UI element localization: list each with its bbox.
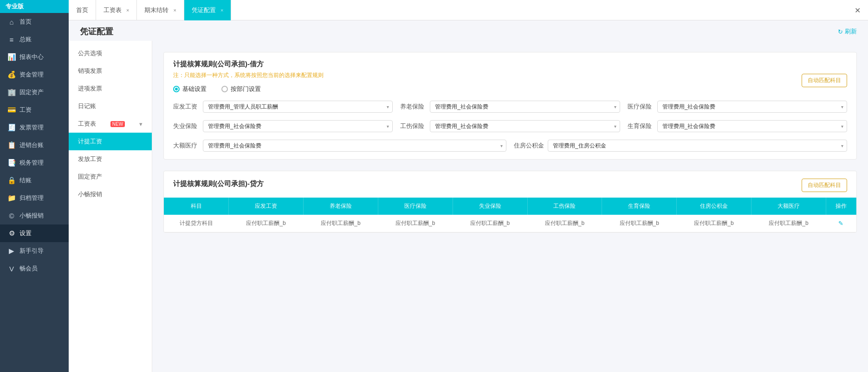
select-shiye[interactable]: 管理费用_社会保险费 (203, 120, 393, 132)
nav-journal[interactable]: 日记账 (69, 97, 152, 115)
sidebar-item-settlement[interactable]: 🔒 结账 (0, 172, 69, 189)
sidebar-label-salary: 工资 (19, 106, 32, 114)
nav-label-pay-salary: 发放工资 (78, 155, 102, 163)
credit-table-head: 科目 应发工资 养老保险 医疗保险 失业保险 工伤保险 生育保险 住房公积金 大… (164, 198, 856, 215)
tab-voucher-config-label: 凭证配置 (192, 6, 216, 14)
form-item-yingfa: 应发工资 管理费用_管理人员职工薪酬 ▾ (173, 101, 393, 113)
nav-sales-invoice[interactable]: 销项发票 (69, 62, 152, 80)
credit-section: 计提核算规则(公司承担)-贷方 自动匹配科目 科目 应发工资 养老保险 医疗保险… (163, 171, 857, 233)
select-wrapper-yiliao: 管理费用_社会保险费 ▾ (657, 101, 847, 113)
tab-payroll-close[interactable]: × (126, 7, 129, 13)
sidebar-item-funds[interactable]: 💰 资金管理 (0, 66, 69, 83)
credit-section-header-row: 计提核算规则(公司承担)-贷方 自动匹配科目 (164, 171, 856, 192)
salary-icon: 💳 (7, 106, 16, 114)
cell-shiye: 应付职工薪酬_b (470, 220, 510, 226)
td-action[interactable]: ✎ (826, 215, 856, 232)
sidebar-label-sales-ledger: 进销台账 (19, 141, 44, 149)
th-yanglao: 养老保险 (303, 198, 378, 215)
select-wrapper-gjj: 管理费用_住房公积金 ▾ (548, 140, 847, 152)
td-col-yanglao: 应付职工薪酬_b (303, 215, 378, 232)
nav-xiaochang-expense[interactable]: 小畅报销 (69, 186, 152, 203)
credit-table-body: 计提贷方科目 应付职工薪酬_b 应付职工薪酬_b 应付职工薪酬_b 应付职工薪酬… (164, 215, 856, 232)
table-row: 计提贷方科目 应付职工薪酬_b 应付职工薪酬_b 应付职工薪酬_b 应付职工薪酬… (164, 215, 856, 232)
cell-daeyiliao: 应付职工薪酬_b (769, 220, 808, 226)
guide-icon: ▶ (7, 247, 16, 255)
debit-section-note: 注：只能选择一种方式，系统将按照您当前的选择来配置规则 (173, 71, 324, 79)
sidebar-item-reports[interactable]: 📊 报表中心 (0, 48, 69, 66)
nav-calc-payroll[interactable]: 计提工资 (69, 133, 152, 150)
select-daeyiliao[interactable]: 管理费用_社会保险费 (203, 140, 506, 152)
tab-home[interactable]: 首页 (69, 0, 96, 20)
sidebar-item-guide[interactable]: ▶ 新手引导 (0, 242, 69, 260)
sidebar-item-invoice-mgmt[interactable]: 🧾 发票管理 (0, 119, 69, 136)
refresh-button[interactable]: ↻ 刷新 (838, 27, 857, 36)
td-subject-label: 计提贷方科目 (164, 215, 229, 232)
sidebar-item-member[interactable]: V 畅会员 (0, 260, 69, 277)
select-yiliao[interactable]: 管理费用_社会保险费 (657, 101, 847, 113)
sidebar-label-settings: 设置 (19, 229, 32, 237)
tab-home-label: 首页 (76, 6, 88, 14)
subject-cell-text: 计提贷方科目 (180, 220, 213, 226)
tab-voucher-config-close[interactable]: × (220, 7, 223, 13)
tax-icon: 📑 (7, 159, 16, 167)
td-col-shengyu: 应付职工薪酬_b (602, 215, 677, 232)
nav-pay-salary[interactable]: 发放工资 (69, 150, 152, 168)
th-gongshang: 工伤保险 (527, 198, 602, 215)
tab-period-end-label: 期末结转 (144, 6, 168, 14)
sidebar-item-archive-mgmt[interactable]: 📁 归档管理 (0, 189, 69, 207)
debit-form-grid-row2: 失业保险 管理费用_社会保险费 ▾ 工伤保险 管理费用_社会保险费 (164, 120, 856, 140)
debit-form-grid-row3: 大额医疗 管理费用_社会保险费 ▾ 住房公积金 管理费用_住房公积金 (164, 140, 856, 159)
select-wrapper-yanglao: 管理费用_社会保险费 ▾ (430, 101, 620, 113)
right-content: 计提核算规则(公司承担)-借方 注：只能选择一种方式，系统将按照您当前的选择来配… (152, 41, 868, 372)
radio-basic-label: 基础设置 (182, 85, 207, 93)
cell-yiliao: 应付职工薪酬_b (395, 220, 435, 226)
credit-section-title: 计提核算规则(公司承担)-贷方 (173, 180, 264, 188)
form-label-yanglao: 养老保险 (400, 103, 426, 111)
select-yanglao[interactable]: 管理费用_社会保险费 (430, 101, 620, 113)
sidebar-label-reports: 报表中心 (19, 53, 44, 61)
nav-fixed-assets[interactable]: 固定资产 (69, 168, 152, 186)
expense-icon: © (7, 212, 16, 220)
page-header: 凭证配置 ↻ 刷新 (69, 20, 868, 41)
main-area: 首页 工资表 × 期末结转 × 凭证配置 × ✕ 凭证配置 ↻ 刷新 公共选项 (69, 0, 868, 372)
page-title: 凭证配置 (80, 26, 113, 37)
select-gjj[interactable]: 管理费用_住房公积金 (548, 140, 847, 152)
credit-auto-match-button[interactable]: 自动匹配科目 (802, 179, 847, 192)
sidebar-item-fixed-assets[interactable]: 🏢 固定资产 (0, 83, 69, 101)
th-shengyu: 生育保险 (602, 198, 677, 215)
form-label-gongshang: 工伤保险 (400, 122, 426, 130)
edit-icon[interactable]: ✎ (838, 220, 843, 227)
sidebar-item-tax-mgmt[interactable]: 📑 税务管理 (0, 154, 69, 172)
tab-payroll[interactable]: 工资表 × (96, 0, 137, 20)
select-wrapper-shengyu: 管理费用_社会保险费 ▾ (657, 120, 847, 132)
sidebar-item-xiaochang-expense[interactable]: © 小畅报销 (0, 207, 69, 224)
sidebar-item-general-ledger[interactable]: ≡ 总账 (0, 31, 69, 48)
select-gongshang[interactable]: 管理费用_社会保险费 (430, 120, 620, 132)
topbar-close-button[interactable]: ✕ (855, 6, 861, 14)
tab-voucher-config[interactable]: 凭证配置 × (184, 0, 231, 20)
radio-basic[interactable]: 基础设置 (173, 85, 207, 93)
select-wrapper-daeyiliao: 管理费用_社会保险费 ▾ (203, 140, 506, 152)
home-icon: ⌂ (7, 18, 16, 26)
cell-yingfa: 应付职工薪酬_b (246, 220, 285, 226)
sidebar-item-sales-ledger[interactable]: 📋 进销台账 (0, 136, 69, 154)
nav-payroll-table[interactable]: 工资表 NEW ▾ (69, 115, 152, 133)
sidebar-label-guide: 新手引导 (19, 247, 44, 255)
left-nav: 公共选项 销项发票 进项发票 日记账 工资表 NEW ▾ 计提工资 发放工资 (69, 41, 152, 372)
select-shengyu[interactable]: 管理费用_社会保险费 (657, 120, 847, 132)
select-wrapper-gongshang: 管理费用_社会保险费 ▾ (430, 120, 620, 132)
sidebar-item-salary[interactable]: 💳 工资 (0, 101, 69, 119)
sidebar-item-home[interactable]: ⌂ 首页 (0, 13, 69, 31)
tab-period-end[interactable]: 期末结转 × (137, 0, 184, 20)
funds-icon: 💰 (7, 71, 16, 79)
settlement-icon: 🔒 (7, 176, 16, 185)
nav-public-options[interactable]: 公共选项 (69, 45, 152, 62)
debit-auto-match-button[interactable]: 自动匹配科目 (802, 74, 847, 87)
sidebar-label-xiaochang-expense: 小畅报销 (19, 212, 44, 220)
radio-by-dept-circle (221, 86, 228, 92)
tab-period-end-close[interactable]: × (173, 7, 176, 13)
select-yingfa[interactable]: 管理费用_管理人员职工薪酬 (203, 101, 393, 113)
sidebar-item-settings[interactable]: ⚙ 设置 (0, 224, 69, 242)
radio-by-dept[interactable]: 按部门设置 (221, 85, 261, 93)
nav-purchase-invoice[interactable]: 进项发票 (69, 80, 152, 97)
